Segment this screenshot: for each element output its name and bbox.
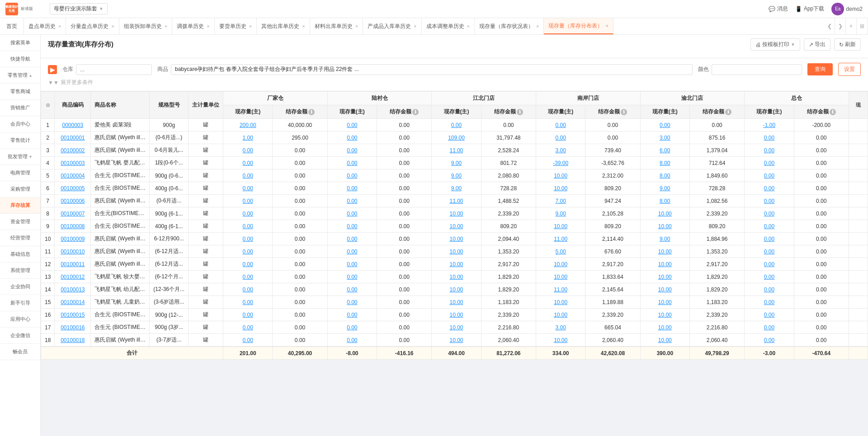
table-row: 3 00100002 惠氏启赋 (Wyeth illu... 0-6月装儿...… [41,144,868,157]
table-row: 7 00100006 惠氏启赋 (Wyeth illu... (0-6月适...… [41,195,868,207]
tab-product-inbound[interactable]: 产成品入库单历史 × [363,18,421,34]
close-tab-10[interactable]: × [536,23,539,29]
sidebar-item-basic-info[interactable]: 基础信息 [0,246,40,263]
tab-partial-history[interactable]: 分量盘点单历史 × [66,18,119,34]
nav-next[interactable]: ❯ [835,18,846,34]
col-lucun-qty: 现存量(主) [327,105,377,119]
close-tab-3[interactable]: × [165,23,167,29]
sidebar-item-purchase[interactable]: 采购管理 [0,181,40,197]
sidebar-item-wechat[interactable]: 企业微信 [0,328,40,344]
sidebar-item-vip[interactable]: 畅会员 [0,344,40,360]
logo: 畅捷通好生意 标准版 [5,3,46,15]
table-row: 17 00100016 合生元 (BIOSTIME) ... 900g (3岁.… [41,321,868,334]
col-jb-amt: 结存金额ℹ [481,105,536,119]
mobile-icon: 📱 [795,6,802,12]
table-row: 10 00100009 惠氏启赋 (Wyeth illu... 6-12月900… [41,233,868,245]
col-group-factory: 厂家仓 [223,92,328,105]
sidebar-item-wholesale[interactable]: 批发管理 ▼ [0,149,40,165]
sidebar-item-system[interactable]: 系统管理 [0,263,40,279]
sidebar-item-ecommerce[interactable]: 电商管理 [0,165,40,181]
close-tab-11[interactable]: × [605,23,608,28]
tab-other-outbound[interactable]: 其他出库单历史 × [257,18,310,34]
expand-icon: ▼▼ [48,80,59,86]
tab-stock-distribution[interactable]: 现存量（库存分布表） × [544,18,613,34]
export-btn[interactable]: ↗ 导出 [804,38,830,51]
tab-assembly-history[interactable]: 组装拆卸单历史 × [119,18,172,34]
close-tab-4[interactable]: × [207,23,209,29]
color-input[interactable] [712,64,802,75]
setting-btn[interactable]: 设置 [838,63,861,76]
tab-material-outbound[interactable]: 材料出库单历史 × [310,18,363,34]
sidebar-item-marketing[interactable]: 营销推广 [0,100,40,116]
refresh-btn[interactable]: ↻ 刷新 [834,38,861,51]
nav-home[interactable]: 首页 [0,18,24,34]
page-actions: 🖨 按模板打印 ▼ ↗ 导出 ↻ 刷新 [750,38,861,54]
col-header-current: 现 [849,92,868,119]
nav-prev[interactable]: ❮ [824,18,835,34]
tab-transfer-history[interactable]: 调拨单历史 × [172,18,214,34]
sidebar-item-retail-shop[interactable]: 零售商城 [0,84,40,100]
table-row: 16 00100015 合生元 (BIOSTIME) ... 900g (12-… [41,309,868,321]
table-row: 9 00100008 合生元 (BIOSTIME) ... 400g (6-1.… [41,220,868,233]
sidebar-item-finance[interactable]: 资金管理 [0,214,40,230]
filter-area: ▶ 仓库 商品 颜色 查询 设置 [41,58,868,91]
filter-toggle-btn[interactable]: ▶ [48,65,57,74]
goods-input[interactable] [171,64,693,75]
table-row: 4 00100003 飞鹤星飞帆 婴儿配方奶... 1段(0-6个... 罐 0… [41,157,868,169]
col-factory-qty: 现存量(主) [223,105,273,119]
sidebar-item-retail-mgmt[interactable]: 零售管理 ▲ [0,67,40,84]
refresh-icon: ↻ [839,42,844,48]
warehouse-input[interactable] [76,64,152,75]
col-header-index: ⚙ [41,92,55,119]
printer-icon: 🖨 [755,42,761,48]
expand-more-btn[interactable]: ▼▼ 展开更多条件 [48,79,861,86]
close-tab-5[interactable]: × [249,23,252,29]
avatar: Ea [831,3,844,15]
search-btn[interactable]: 查询 [807,63,833,75]
table-area: ⚙ 商品编码 商品名称 规格型号 主计量单位 厂家仓 陆村仓 江北门店 南岸门店… [41,91,868,436]
close-tab-2[interactable]: × [111,23,114,29]
print-btn[interactable]: 🖨 按模板打印 ▼ [750,38,800,51]
tab-purchase-order[interactable]: 要货单历史 × [215,18,257,34]
tab-stock-status[interactable]: 现存量（库存状况表） × [475,18,544,34]
message-icon: 💬 [769,6,775,12]
close-tab-7[interactable]: × [355,23,358,29]
col-header-name: 商品名称 [91,92,150,119]
sidebar-item-member[interactable]: 会员中心 [0,116,40,132]
sidebar-item-retail-stats[interactable]: 零售统计 [0,132,40,149]
col-yb-qty: 现存量(主) [640,105,689,119]
tab-inventory-history[interactable]: 盘点单历史 × [24,18,66,34]
col-group-nanan: 南岸门店 [536,92,640,105]
sidebar-item-quick-nav[interactable]: 快捷导航 [0,51,40,67]
col-factory-amt: 结存金额ℹ [273,105,327,119]
app-download-btn[interactable]: 📱 App下载 [795,5,824,13]
nav-close-all[interactable]: × [846,18,857,34]
col-na-qty: 现存量(主) [536,105,585,119]
nav-expand[interactable]: ⊞ [857,18,868,34]
close-tab-8[interactable]: × [414,23,416,29]
tab-cost-adjust[interactable]: 成本调整单历史 × [422,18,475,34]
col-jb-qty: 现存量(主) [432,105,481,119]
close-tab-1[interactable]: × [58,23,61,29]
message-btn[interactable]: 💬 消息 [769,5,788,13]
table-row: 14 00100013 飞鹤星飞帆 幼儿配方奶... (12-36个月... 罐… [41,283,868,296]
industry-selector[interactable]: 母婴行业演示陈套 ▼ [50,3,108,14]
close-tab-9[interactable]: × [467,23,470,29]
col-lucun-amt: 结存金额ℹ [377,105,432,119]
sidebar-item-app-center[interactable]: 应用中心 [0,311,40,328]
sidebar-item-guide[interactable]: 新手引导 [0,295,40,311]
col-total-amt: 结存金额ℹ [794,105,849,119]
sidebar-item-enterprise[interactable]: 企业协同 [0,279,40,295]
col-header-unit: 主计量单位 [189,92,223,119]
summary-row: 合计 201.00 40,295.00 -8.00 -416.16 494.00… [41,347,868,360]
table-row: 1 0000003 爱他美 卤莱3段 900g 罐 200.00 40,000.… [41,119,868,131]
user-profile[interactable]: Ea demo2 [831,3,863,15]
table-row: 11 00100010 惠氏启赋 (Wyeth illu... (6-12月适.… [41,245,868,258]
sidebar-item-operations[interactable]: 经营管理 [0,230,40,246]
sidebar-item-inventory[interactable]: 库存核算 [0,197,40,214]
col-header-code: 商品编码 [55,92,91,119]
close-tab-6[interactable]: × [302,23,305,29]
col-header-spec: 规格型号 [150,92,189,119]
sidebar-item-search[interactable]: 搜索英单 [0,35,40,51]
table-row: 6 00100005 合生元 (BIOSTIME) ... 400g (0-6.… [41,182,868,195]
